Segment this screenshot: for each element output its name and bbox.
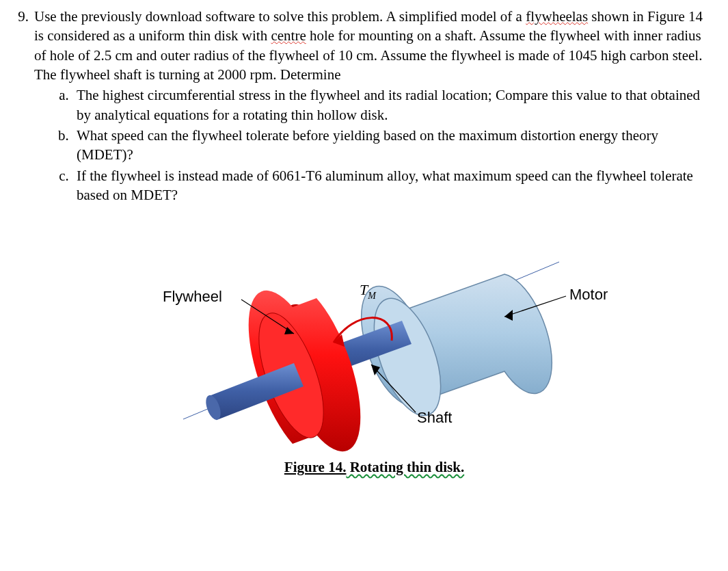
problem-number: 9. (7, 7, 34, 26)
problem-body: Use the previously download software to … (34, 7, 714, 477)
sub-list: The highest circumferential stress in th… (34, 85, 714, 204)
part-b: What speed can the flywheel tolerate bef… (72, 126, 714, 165)
intro-text-a: Use the previously download software to … (34, 8, 526, 25)
flywheel-label: Flywheel (163, 288, 222, 305)
flywheel-disk (245, 291, 360, 451)
part-c: If the flywheel is instead made of 6061-… (72, 166, 714, 205)
motor-label: Motor (569, 286, 608, 303)
figure-svg: Flywheel Motor Shaft TM (122, 221, 628, 453)
tm-label-group: TM (360, 281, 377, 301)
intro-centre: centre (271, 27, 306, 44)
problem-block: 9. Use the previously download software … (7, 7, 714, 477)
intro-flywheelas: flywheelas (526, 8, 588, 25)
caption-fig: Figure 14. (284, 459, 347, 475)
caption-rest: Rotating thin disk. (346, 459, 464, 475)
tm-M: M (367, 291, 377, 301)
part-a: The highest circumferential stress in th… (72, 85, 714, 124)
figure-wrap: Flywheel Motor Shaft TM (34, 221, 714, 477)
svg-text:TM: TM (360, 281, 377, 301)
shaft-label: Shaft (417, 409, 452, 426)
figure-caption: Figure 14. Rotating thin disk. (34, 457, 714, 477)
